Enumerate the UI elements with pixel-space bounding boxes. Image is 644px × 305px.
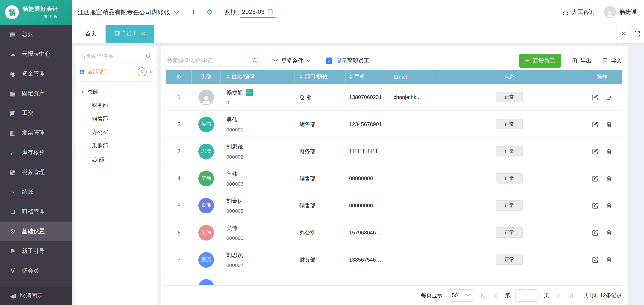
edit-icon[interactable] [592,94,598,100]
sidebar-item-cloud-report-center[interactable]: ☁云报表中心 [0,44,72,64]
export-button[interactable]: 导出 [572,57,592,64]
sort-icons[interactable] [226,75,230,79]
company-selector[interactable]: 江西服宝精品有限责任公司内账张 [78,8,180,16]
row-actions [592,148,612,154]
next-page-button[interactable] [554,292,562,299]
column-dept-position[interactable]: 部门/职位 [294,70,346,84]
employee-search-input[interactable] [167,58,252,64]
collapse-panel-icon[interactable]: « [150,68,153,76]
tree-node[interactable]: 财务部 [81,98,157,112]
edit-icon[interactable] [592,121,598,128]
tree-root-label: 总部 [88,88,98,96]
sidebar-item-general-ledger[interactable]: ▤总账 [0,25,72,44]
sidebar-item-invoice-management[interactable]: ▥发票管理 [0,123,72,143]
delete-icon[interactable] [606,148,612,154]
sidebar-item-membership[interactable]: Ⅴ畅会员 [0,261,72,281]
period-selector[interactable]: 2023-03 [240,7,276,18]
show-resigned-toggle[interactable]: ✓ 显示离职员工 [326,57,369,64]
delete-icon[interactable] [606,175,612,182]
sidebar-item-label: 归档管理 [22,208,45,216]
edit-icon[interactable] [592,175,598,182]
page-input[interactable]: 1 [516,289,538,302]
tab-home[interactable]: 首页 [76,25,106,43]
caret-down-icon[interactable]: ▼ [81,90,84,94]
employee-email: chanjethkj… [394,94,423,100]
period-value: 2023-03 [242,8,264,15]
edit-icon[interactable] [592,256,598,263]
page-post-label: 页 [544,292,549,299]
more-filters-button[interactable]: 更多条件 [273,57,311,64]
tree-node-root[interactable]: ▼ 总部 [81,86,157,98]
headset-icon [562,9,569,16]
column-phone[interactable]: 手机 [346,70,390,84]
column-avatar: 头像 [192,70,220,84]
tree-node[interactable]: 办公室 [81,125,157,138]
checkbox-checked-icon[interactable]: ✓ [326,58,332,64]
edit-icon[interactable] [592,202,598,209]
invoice-icon: ▥ [9,129,16,136]
employee-code: 000002 [226,154,244,160]
tree-node[interactable]: 销售部 [81,112,157,125]
search-icon[interactable] [252,58,258,64]
sidebar-item-tax-management[interactable]: ▩税务管理 [0,162,72,182]
tree-node[interactable]: 采购部 [81,139,157,152]
add-account-button[interactable]: + [191,7,196,18]
delete-icon[interactable] [606,121,612,128]
fullscreen-icon[interactable] [630,25,644,43]
sidebar-item-payroll[interactable]: ▣工资 [0,104,72,123]
sort-icons[interactable] [300,75,303,79]
more-filters-label: 更多条件 [281,57,304,64]
edit-icon[interactable] [592,229,598,236]
dept-head-badge: 部 [246,89,253,96]
per-page-value: 50 [452,292,458,298]
delete-icon[interactable] [606,229,612,236]
user-name[interactable]: 畅捷通 [619,8,636,16]
prev-page-button[interactable] [492,292,500,299]
sidebar-item-fixed-assets[interactable]: ▦固定资产 [0,84,72,104]
employee-phone: 00000000… [349,175,378,182]
account-settings-gear-icon[interactable]: ⚙ [206,8,213,17]
per-page-select[interactable]: 50 [448,289,474,302]
sort-icons[interactable] [349,75,352,79]
edit-icon[interactable] [592,148,598,154]
edit-departments-icon[interactable]: ✎ [138,68,147,76]
dept-search-input[interactable] [81,53,145,59]
employee-search-box [166,55,259,66]
app-window: 畅 畅捷通好会计 旗舰版 江西服宝精品有限责任公司内账张 + ⚙ 账期 2023… [0,0,644,305]
last-page-button[interactable] [567,292,574,299]
row-actions [592,94,612,100]
sidebar-item-label: 工资 [22,110,33,117]
sidebar-item-beginner-guide[interactable]: ⚑新手引导 [0,242,72,261]
delete-icon[interactable] [606,256,612,263]
tab-close-icon[interactable]: × [142,31,145,36]
delete-icon[interactable] [606,202,612,209]
support-button[interactable]: 人工咨询 [562,8,595,16]
ledger-icon: ▤ [9,31,16,38]
employee-dept: 销售部 [300,175,316,182]
column-settings-gear-icon[interactable]: ⚙ [176,73,182,80]
department-tree: ▼ 总部 财务部销售部办公室采购部总 部 [75,82,158,166]
sidebar-item-basic-settings[interactable]: ⚙基础设置 [0,222,72,242]
tree-node[interactable]: 总 部 [81,152,157,166]
sidebar-item-closing[interactable]: ◔结账 [0,182,72,202]
close-tabs-button[interactable]: × [616,25,630,43]
row-actions [592,121,612,128]
add-employee-button[interactable]: + 新增员工 [519,54,561,68]
column-name-code[interactable]: 姓名/编码 [220,70,294,84]
sidebar-item-archive-management[interactable]: ⊟归档管理 [0,202,72,222]
search-icon[interactable] [145,53,152,59]
tree-children: 财务部销售部办公室采购部总 部 [81,98,157,166]
sidebar-unpin-button[interactable]: ◀‖ 取消固定 [0,287,72,305]
table-row: 5金保刘金保000005销售部00000000…正常 [166,192,622,219]
page-pre-label: 第 [505,292,510,299]
import-button[interactable]: 导入 [602,57,622,64]
sidebar-item-label: 结账 [22,188,33,196]
exit-icon[interactable] [606,94,612,100]
period-label: 账期 [224,8,236,16]
first-page-button[interactable] [480,292,487,299]
all-departments-label[interactable]: 全部部门 [88,68,109,76]
user-avatar[interactable] [604,6,616,18]
sidebar-item-funds-management[interactable]: ◉资金管理 [0,64,72,84]
tab-dept-employees[interactable]: 部门员工 × [106,25,154,43]
sidebar-item-inventory-accounting[interactable]: ⌂库存核算 [0,143,72,162]
